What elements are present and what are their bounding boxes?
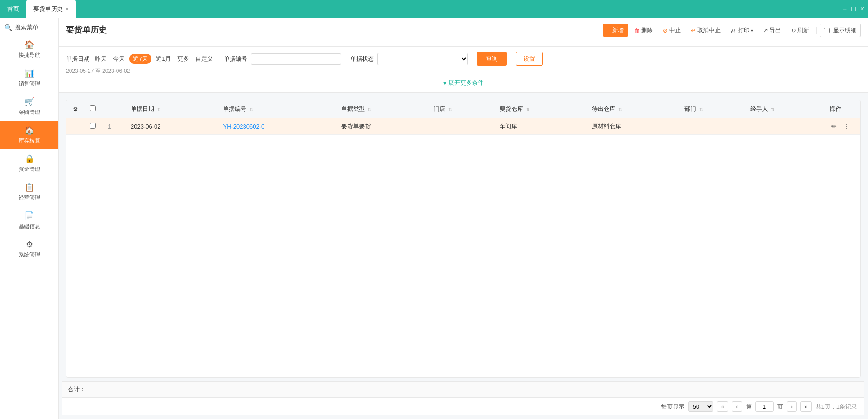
requisition-table: ⚙ 单据日期 ⇅ 单据编号 ⇅ <box>66 100 860 135</box>
page-size-label: 每页显示 <box>661 403 684 411</box>
doc-date-sort-icon[interactable]: ⇅ <box>157 107 161 112</box>
td-doc-number[interactable]: YH-20230602-0 <box>217 118 335 135</box>
filter-area: 单据日期 昨天 今天 近7天 近1月 更多 自定义 单据编号 <box>59 47 868 93</box>
doc-number-sort-icon[interactable]: ⇅ <box>250 107 253 112</box>
shortcut-more[interactable]: 更多 <box>175 54 191 64</box>
row-edit-icon[interactable]: ✏ <box>830 122 839 131</box>
cancel-stop-button-label: 取消中止 <box>697 26 721 34</box>
close-window-icon[interactable]: × <box>860 5 864 13</box>
cancel-stop-button[interactable]: ↩ 取消中止 <box>686 24 725 37</box>
department-sort-icon[interactable]: ⇅ <box>699 107 703 112</box>
doc-type-sort-icon[interactable]: ⇅ <box>368 107 371 112</box>
new-button[interactable]: + 新增 <box>603 24 628 37</box>
prev-page-btn[interactable]: ‹ <box>732 401 742 412</box>
export-icon: ↗ <box>763 27 768 34</box>
delete-button[interactable]: 🗑 删除 <box>629 24 657 37</box>
status-filter-group: 单据状态 <box>350 53 468 65</box>
sidebar-item-operations[interactable]: 📋 经营管理 <box>0 178 58 206</box>
th-department[interactable]: 部门 ⇅ <box>679 100 745 118</box>
sidebar-search[interactable]: 🔍 搜索菜单 <box>0 20 58 35</box>
top-bar: 首页 要货单历史 × − □ × <box>0 0 868 18</box>
sidebar-item-finance[interactable]: 🔒 资金管理 <box>0 149 58 178</box>
expand-icon: ▾ <box>443 80 447 86</box>
th-store[interactable]: 门店 ⇅ <box>428 100 494 118</box>
sidebar-item-system[interactable]: ⚙ 系统管理 <box>0 235 58 263</box>
th-doc-date[interactable]: 单据日期 ⇅ <box>125 100 217 118</box>
delete-button-label: 删除 <box>641 26 653 34</box>
td-action: ✏ ⋮ <box>824 118 860 135</box>
first-page-btn[interactable]: « <box>717 401 728 412</box>
tab-home[interactable]: 首页 <box>0 0 26 18</box>
page-number-input[interactable] <box>755 401 774 412</box>
th-doc-number[interactable]: 单据编号 ⇅ <box>217 100 335 118</box>
export-button-label: 导出 <box>769 26 781 34</box>
shortcut-custom[interactable]: 自定义 <box>193 54 215 64</box>
table-footer: 合计： <box>62 381 864 397</box>
pending-warehouse-sort-icon[interactable]: ⇅ <box>618 107 622 112</box>
main-layout: 🔍 搜索菜单 🏠 快捷导航 📊 销售管理 🛒 采购管理 🏠 库存核算 🔒 资金管… <box>0 18 868 419</box>
shortcut-last1month[interactable]: 近1月 <box>154 54 173 64</box>
th-req-warehouse[interactable]: 要货仓库 ⇅ <box>494 100 586 118</box>
query-button[interactable]: 查询 <box>477 52 507 66</box>
stop-button-label: 中止 <box>669 26 681 34</box>
print-button-label: 打印 <box>738 26 750 34</box>
doc-number-input[interactable] <box>251 53 341 65</box>
maximize-icon[interactable]: □ <box>851 5 856 13</box>
row-more-icon[interactable]: ⋮ <box>841 122 851 131</box>
th-pending-warehouse[interactable]: 待出仓库 ⇅ <box>586 100 679 118</box>
expand-more-btn[interactable]: ▾ 展开更多条件 <box>66 79 861 87</box>
page-size-select[interactable]: 20 50 100 <box>688 401 713 412</box>
date-shortcuts: 昨天 今天 近7天 近1月 更多 自定义 <box>93 54 215 64</box>
sidebar-item-inventory[interactable]: 🏠 库存核算 <box>0 121 58 149</box>
quick-nav-icon: 🏠 <box>24 40 34 50</box>
sidebar-item-operations-label: 经营管理 <box>19 194 40 202</box>
td-pending-warehouse: 原材料仓库 <box>586 118 679 135</box>
settings-button[interactable]: 设置 <box>516 52 543 66</box>
sidebar-item-sales[interactable]: 📊 销售管理 <box>0 64 58 92</box>
sidebar-item-inventory-label: 库存核算 <box>19 137 40 145</box>
filter-row-1: 单据日期 昨天 今天 近7天 近1月 更多 自定义 单据编号 <box>66 52 861 66</box>
handler-sort-icon[interactable]: ⇅ <box>771 107 774 112</box>
shortcut-today[interactable]: 今天 <box>111 54 127 64</box>
display-detail-checkbox[interactable] <box>824 28 830 33</box>
refresh-icon: ↻ <box>791 27 796 34</box>
shortcut-yesterday[interactable]: 昨天 <box>93 54 108 64</box>
doc-number-label: 单据编号 <box>224 55 247 63</box>
sidebar-item-quick-nav-label: 快捷导航 <box>19 52 40 59</box>
status-select[interactable] <box>377 53 468 65</box>
display-detail-toggle[interactable]: 显示明细 <box>820 24 861 37</box>
last-page-btn[interactable]: » <box>800 401 811 412</box>
doc-number-link[interactable]: YH-20230602-0 <box>223 123 264 130</box>
td-req-warehouse: 车间库 <box>494 118 586 135</box>
row-action-icons: ✏ ⋮ <box>830 122 855 131</box>
page-header: 要货单历史 + 新增 🗑 删除 ⊘ 中止 ↩ 取消中止 <box>59 18 868 47</box>
stop-button[interactable]: ⊘ 中止 <box>658 24 685 37</box>
shortcut-last7days[interactable]: 近7天 <box>129 54 151 64</box>
next-page-btn[interactable]: › <box>787 401 797 412</box>
export-button[interactable]: ↗ 导出 <box>759 24 786 37</box>
th-handler[interactable]: 经手人 ⇅ <box>745 100 824 118</box>
status-label: 单据状态 <box>350 55 374 63</box>
query-button-label: 查询 <box>486 55 498 63</box>
minimize-icon[interactable]: − <box>843 5 847 13</box>
print-button[interactable]: 🖨 打印 ▾ <box>726 24 758 37</box>
sidebar-item-basic-info[interactable]: 📄 基础信息 <box>0 206 58 235</box>
new-button-label: + 新增 <box>607 26 624 34</box>
print-icon: 🖨 <box>731 27 736 34</box>
sales-icon: 📊 <box>24 68 34 78</box>
store-sort-icon[interactable]: ⇅ <box>448 107 452 112</box>
th-checkbox[interactable] <box>85 100 103 118</box>
th-doc-type[interactable]: 单据类型 ⇅ <box>336 100 428 118</box>
req-warehouse-sort-icon[interactable]: ⇅ <box>526 107 530 112</box>
tab-requisition-history[interactable]: 要货单历史 × <box>26 0 76 18</box>
tab-close-icon[interactable]: × <box>66 6 69 12</box>
sidebar-item-quick-nav[interactable]: 🏠 快捷导航 <box>0 35 58 64</box>
select-all-checkbox[interactable] <box>90 105 96 111</box>
td-checkbox[interactable] <box>85 118 103 135</box>
th-settings[interactable]: ⚙ <box>66 100 85 118</box>
sidebar-item-purchase[interactable]: 🛒 采购管理 <box>0 92 58 121</box>
date-label: 单据日期 <box>66 55 90 63</box>
row-checkbox[interactable] <box>90 123 96 129</box>
refresh-button[interactable]: ↻ 刷新 <box>787 24 814 37</box>
td-department <box>679 118 745 135</box>
